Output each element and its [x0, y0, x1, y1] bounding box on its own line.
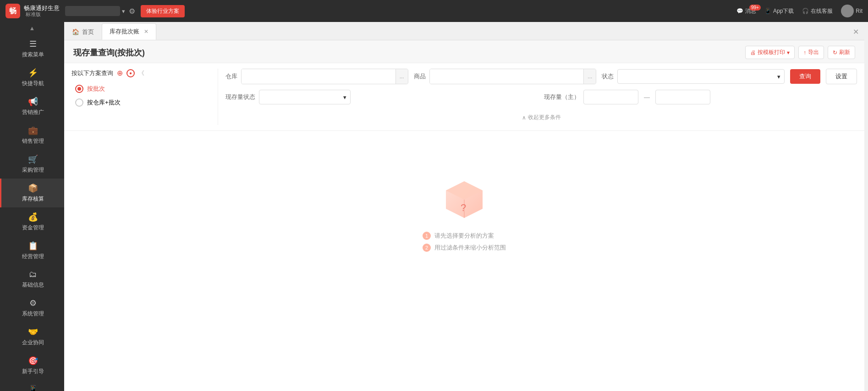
tab-home[interactable]: 🏠 首页: [64, 23, 102, 40]
tab-batch-account[interactable]: 库存批次账 ✕: [102, 23, 156, 40]
tab-right-close-button[interactable]: ✕: [847, 24, 864, 40]
sidebar-item-app-center[interactable]: 📱 应用中心: [0, 380, 64, 391]
search-input[interactable]: [65, 6, 120, 16]
sidebar-item-search[interactable]: ☰ 搜索菜单: [0, 34, 64, 63]
page-title: 现存量查询(按批次): [73, 47, 145, 58]
tab-close-icon[interactable]: ✕: [144, 28, 148, 35]
stock-status-select[interactable]: ▾: [259, 90, 351, 104]
sidebar-item-quick-nav[interactable]: ⚡ 快捷导航: [0, 63, 64, 92]
app-logo: 畅: [5, 4, 20, 18]
messages-item[interactable]: 💬 消息 99+: [736, 7, 756, 15]
app-download-icon: 📱: [764, 8, 771, 14]
quick-nav-icon: ⚡: [28, 68, 38, 78]
sidebar-item-enterprise[interactable]: 🤝 企业协同: [0, 322, 64, 351]
inventory-icon: 📦: [28, 183, 38, 193]
main-layout: ▲ ☰ 搜索菜单 ⚡ 快捷导航 📢 营销推广 💼 销售管理 🛒 采购管理 📦 库…: [0, 22, 868, 391]
status-label: 状态: [602, 72, 614, 81]
sidebar-item-label: 新手引导: [22, 368, 44, 375]
sidebar-scroll-up[interactable]: ▲: [0, 22, 64, 34]
empty-tips: 1 请先选择要分析的方案 2 用过滤条件来缩小分析范围: [423, 232, 506, 252]
warehouse-input[interactable]: [242, 69, 396, 84]
tab-bar: 🏠 首页 库存批次账 ✕ ✕: [64, 22, 864, 40]
separator: —: [642, 94, 652, 101]
sidebar-item-system[interactable]: ⚙ 系统管理: [0, 293, 64, 322]
tip-text-2: 用过滤条件来缩小分析范围: [434, 244, 506, 252]
filter-scheme-panel: 按以下方案查询 ⊕ ● 《 按批次 按仓库+批次: [71, 69, 218, 125]
warehouse-more-btn[interactable]: ...: [396, 69, 408, 84]
stock-amount-max-input[interactable]: [655, 90, 710, 104]
stock-amount-label: 现存量（主）: [544, 93, 580, 101]
messages-badge: 99+: [749, 5, 761, 11]
filter-row-1: 仓库 ... 商品 ...: [225, 69, 857, 84]
add-scheme-icon[interactable]: ⊕: [117, 69, 123, 77]
search-dropdown-icon[interactable]: ▾: [122, 8, 125, 15]
sidebar-item-label: 基础信息: [22, 281, 44, 289]
home-icon: 🏠: [72, 28, 79, 35]
gear-icon[interactable]: ⚙: [129, 7, 135, 16]
chevron-down-icon: ▾: [777, 73, 780, 80]
settings-button[interactable]: 设置: [826, 69, 857, 84]
sidebar-item-marketing[interactable]: 📢 营销推广: [0, 92, 64, 121]
headset-icon: 🎧: [802, 8, 809, 14]
collapse-schemes-icon[interactable]: 《: [138, 69, 144, 77]
operations-icon: 📋: [28, 241, 38, 251]
status-select[interactable]: ▾: [617, 69, 785, 84]
online-service-item[interactable]: 🎧 在线客服: [802, 7, 833, 15]
sidebar-item-operations[interactable]: 📋 经营管理: [0, 236, 64, 265]
content-area: 🏠 首页 库存批次账 ✕ ✕ 现存量查询(按批次) 🖨 按模板打印 ▾: [64, 22, 864, 391]
scheme-settings-icon[interactable]: ●: [126, 69, 135, 77]
purchase-icon: 🛒: [28, 154, 38, 164]
empty-tip-1: 1 请先选择要分析的方案: [423, 232, 506, 240]
right-scrollbar: [864, 22, 868, 391]
filter-row-2: 现存量状态 ▾ 现存量（主） —: [225, 90, 857, 104]
scheme-option-batch[interactable]: 按批次: [71, 82, 212, 96]
stock-amount-min-input[interactable]: [583, 90, 638, 104]
sidebar-item-basic[interactable]: 🗂 基础信息: [0, 265, 64, 293]
product-field: 商品 ...: [414, 69, 597, 84]
search-menu-icon: ☰: [29, 39, 37, 49]
sidebar-item-label: 搜索菜单: [22, 51, 44, 59]
sidebar-item-inventory[interactable]: 📦 库存核算: [0, 179, 64, 207]
app-download-item[interactable]: 📱 App下载: [764, 7, 794, 15]
sidebar-item-finance[interactable]: 💰 资金管理: [0, 207, 64, 236]
radio-icon-warehouse-batch: [75, 98, 83, 107]
sidebar-item-purchase[interactable]: 🛒 采购管理: [0, 150, 64, 179]
svg-text:?: ?: [461, 202, 466, 213]
sidebar: ▲ ☰ 搜索菜单 ⚡ 快捷导航 📢 营销推广 💼 销售管理 🛒 采购管理 📦 库…: [0, 22, 64, 391]
page-header-actions: 🖨 按模板打印 ▾ ↑ 导出 ↻ 刷新: [745, 46, 855, 59]
query-button[interactable]: 查询: [790, 69, 820, 84]
product-input[interactable]: [430, 69, 584, 84]
sidebar-item-label: 快捷导航: [22, 80, 44, 87]
refresh-icon: ↻: [833, 49, 837, 56]
product-label: 商品: [414, 72, 426, 81]
message-icon: 💬: [736, 8, 743, 14]
chevron-down-icon: ▾: [787, 49, 790, 56]
filter-fields-panel: 仓库 ... 商品 ...: [218, 69, 857, 125]
sales-icon: 💼: [28, 125, 38, 136]
app-subtitle: 标准版: [26, 11, 60, 17]
avatar: [841, 5, 854, 17]
page-content: 现存量查询(按批次) 🖨 按模板打印 ▾ ↑ 导出 ↻ 刷新: [64, 40, 864, 391]
sidebar-item-sales[interactable]: 💼 销售管理: [0, 121, 64, 150]
top-bar: 畅 畅康通好生意 标准版 ▾ ⚙ 体验行业方案 💬 消息 99+ 📱 App下载…: [0, 0, 868, 22]
stock-status-label: 现存量状态: [225, 93, 255, 101]
user-avatar-item[interactable]: Rit: [841, 5, 863, 17]
filter-collapse-row[interactable]: ∧ 收起更多条件: [225, 110, 857, 125]
warehouse-label: 仓库: [225, 72, 237, 81]
warehouse-field: 仓库 ...: [225, 69, 408, 84]
product-more-btn[interactable]: ...: [583, 69, 596, 84]
refresh-button[interactable]: ↻ 刷新: [828, 46, 855, 59]
sidebar-item-label: 销售管理: [22, 137, 44, 145]
system-icon: ⚙: [29, 298, 37, 308]
user-name: Rit: [856, 8, 863, 14]
sidebar-item-label: 系统管理: [22, 310, 44, 318]
export-icon: ↑: [803, 49, 806, 56]
scheme-option-warehouse-batch[interactable]: 按仓库+批次: [71, 96, 212, 109]
page-header: 现存量查询(按批次) 🖨 按模板打印 ▾ ↑ 导出 ↻ 刷新: [64, 40, 864, 63]
sidebar-item-guide[interactable]: 🎯 新手引导: [0, 351, 64, 380]
template-print-button[interactable]: 🖨 按模板打印 ▾: [745, 46, 795, 59]
filter-scheme-title: 按以下方案查询 ⊕ ● 《: [71, 69, 212, 77]
export-button[interactable]: ↑ 导出: [798, 46, 824, 59]
warehouse-input-group: ...: [241, 69, 408, 84]
trial-button[interactable]: 体验行业方案: [141, 5, 185, 17]
